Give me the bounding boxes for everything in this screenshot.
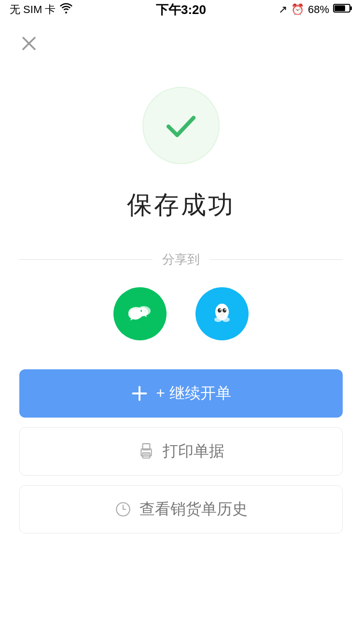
signal-text: 无 SIM 卡	[10, 2, 56, 17]
svg-point-17	[224, 309, 226, 310]
print-label: 打印单据	[163, 441, 224, 462]
share-qq-button[interactable]	[195, 287, 249, 340]
battery-icon	[333, 3, 352, 16]
wifi-icon	[59, 3, 73, 16]
wechat-icon	[125, 298, 155, 329]
share-label: 分享到	[162, 251, 200, 268]
status-time: 下午3:20	[156, 1, 206, 18]
continue-order-button[interactable]: + 继续开单	[19, 369, 343, 418]
svg-rect-1	[334, 5, 345, 11]
status-left: 无 SIM 卡	[10, 2, 73, 17]
svg-point-18	[219, 311, 225, 318]
qq-icon	[207, 298, 237, 329]
print-icon	[138, 443, 155, 460]
close-button[interactable]	[14, 29, 43, 58]
view-history-button[interactable]: 查看销货单历史	[19, 485, 343, 533]
location-icon: ↗	[278, 3, 287, 16]
svg-rect-23	[143, 453, 150, 458]
plus-icon	[131, 385, 148, 402]
print-receipt-button[interactable]: 打印单据	[19, 427, 343, 476]
checkmark-icon	[162, 106, 200, 145]
status-bar: 无 SIM 卡 下午3:20 ↗ ⏰ 68%	[0, 0, 362, 19]
share-divider: 分享到	[19, 251, 343, 268]
share-wechat-button[interactable]	[113, 287, 167, 340]
success-icon-circle	[142, 87, 220, 164]
svg-point-13	[222, 317, 230, 322]
svg-point-12	[214, 317, 222, 322]
alarm-icon: ⏰	[291, 3, 304, 16]
share-icons	[113, 287, 249, 340]
continue-order-label: + 继续开单	[156, 383, 231, 404]
history-label: 查看销货单历史	[139, 499, 248, 520]
main-content: 保存成功 分享到	[0, 68, 362, 644]
battery-percent: 68%	[308, 3, 329, 16]
success-title: 保存成功	[127, 188, 235, 222]
action-buttons: + 继续开单 打印单据 查看销货单历史	[19, 369, 343, 533]
share-section: 分享到	[19, 251, 343, 340]
status-right: ↗ ⏰ 68%	[278, 3, 352, 16]
svg-point-16	[220, 309, 221, 310]
svg-rect-2	[350, 6, 352, 10]
history-icon	[114, 501, 132, 518]
